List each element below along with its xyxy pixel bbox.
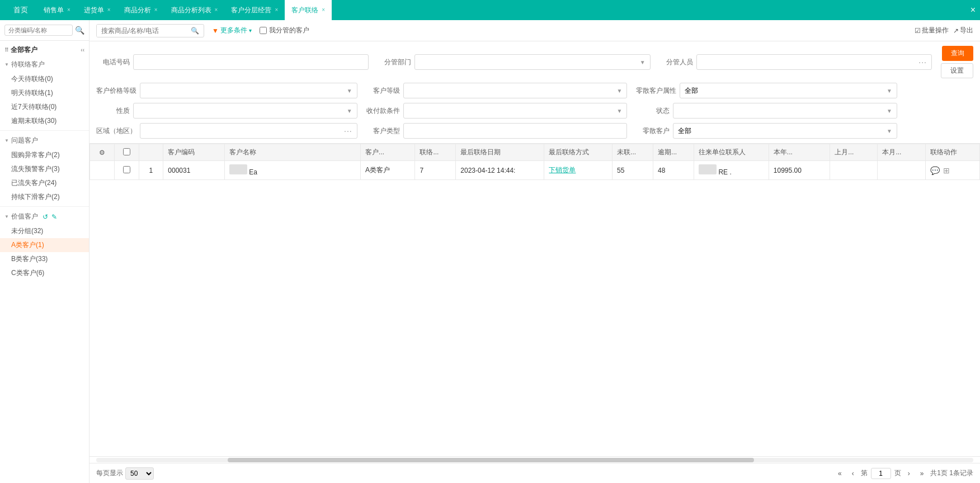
sidebar-item-declining[interactable]: 持续下滑客户(2) <box>0 190 89 204</box>
retail-select[interactable]: 全部 ▼ <box>673 123 897 139</box>
sidebar-group-problem[interactable]: ▼ 问题客户 <box>0 133 89 148</box>
customer-level-select[interactable]: ▼ <box>403 83 628 98</box>
last-page-button[interactable]: » <box>917 468 927 479</box>
sidebar-item-churned[interactable]: 已流失客户(24) <box>0 176 89 190</box>
filter-search-button[interactable]: 🔍 <box>186 25 204 37</box>
last-method-link[interactable]: 下销货单 <box>549 166 576 174</box>
first-page-button[interactable]: « <box>835 468 845 479</box>
td-index: 1 <box>139 161 163 180</box>
filter-search-input[interactable] <box>97 25 186 37</box>
refresh-icon[interactable]: ↺ <box>43 213 48 221</box>
nav-tab-customer-contact[interactable]: 客户联络 × <box>285 0 332 20</box>
sidebar-collapse-icon[interactable]: ‹‹ <box>81 47 84 53</box>
th-settings[interactable]: ⚙ <box>90 144 115 161</box>
th-last-method[interactable]: 最后联络方式 <box>544 144 613 161</box>
th-last-date[interactable]: 最后联络日期 <box>456 144 544 161</box>
filter-more-conditions[interactable]: ▼ 更多条件 ▾ <box>209 23 255 37</box>
price-level-select[interactable]: ▼ <box>140 83 357 98</box>
th-year-amount[interactable]: 本年... <box>769 144 830 161</box>
td-code[interactable]: 000031 <box>163 161 224 180</box>
sidebar-group-pending[interactable]: ▼ 待联络客户 <box>0 57 89 72</box>
dept-select[interactable]: ▼ <box>414 54 650 70</box>
sidebar-item-class-a[interactable]: A类客户(1) <box>0 238 89 252</box>
dept-label: 分管部门 <box>378 58 411 67</box>
th-code[interactable]: 客户编码 <box>163 144 224 161</box>
sidebar-item-class-b[interactable]: B类客户(33) <box>0 252 89 266</box>
retail-label: 零散客户 <box>636 126 670 136</box>
sidebar-search-wrap: 🔍 <box>0 20 89 41</box>
sidebar-item-tomorrow[interactable]: 明天待联络(1) <box>0 86 89 100</box>
th-this-month[interactable]: 本月... <box>878 144 925 161</box>
retail-attr-select[interactable]: 全部 ▼ <box>680 83 897 98</box>
expand-icon-2: ▼ <box>4 138 9 143</box>
sidebar-item-unclassified[interactable]: 未分组(32) <box>0 224 89 238</box>
edit-icon[interactable]: ✎ <box>51 213 57 221</box>
th-level[interactable]: 客户... <box>361 144 415 161</box>
nav-tab-customer-segment[interactable]: 客户分层经营 × <box>224 0 285 20</box>
sidebar-item-hoarding[interactable]: 囤购异常客户(2) <box>0 148 89 162</box>
td-checkbox[interactable] <box>114 161 139 180</box>
sidebar-item-7days[interactable]: 近7天待联络(0) <box>0 100 89 114</box>
my-customers-checkbox[interactable] <box>260 27 267 34</box>
page-number-input[interactable] <box>871 468 891 479</box>
nature-arrow: ▼ <box>347 108 352 114</box>
price-level-label: 客户价格等级 <box>96 86 136 96</box>
sidebar-item-churn-warning[interactable]: 流失预警客户(3) <box>0 162 89 176</box>
phone-label: 电话号码 <box>96 58 130 67</box>
region-select[interactable]: ··· <box>140 123 357 139</box>
nav-tab-analysis-list[interactable]: 商品分析列表 × <box>164 0 225 20</box>
prev-page-button[interactable]: ‹ <box>849 468 858 479</box>
query-button[interactable]: 查询 <box>942 46 973 61</box>
setting-button[interactable]: 设置 <box>941 63 973 78</box>
filter-row-2: 客户价格等级 ▼ 客户等级 ▼ 零散客户属性 全部 <box>96 83 973 98</box>
row-checkbox[interactable] <box>123 166 130 173</box>
nav-close-all[interactable]: × <box>970 5 976 15</box>
status-select[interactable]: ▼ <box>673 103 897 119</box>
sidebar-item-today[interactable]: 今天待联络(0) <box>0 72 89 86</box>
sidebar-group-value[interactable]: ▼ 价值客户 ↺ ✎ <box>0 209 89 224</box>
customer-level-label: 客户等级 <box>366 86 400 96</box>
grid-icon: ⠿ <box>4 47 8 53</box>
sidebar-item-class-c[interactable]: C类客户(6) <box>0 266 89 280</box>
nav-tab-salesorder[interactable]: 销售单 × <box>37 0 77 20</box>
nav-tab-analysis-list-close[interactable]: × <box>215 0 218 20</box>
td-last-method[interactable]: 下销货单 <box>544 161 613 180</box>
nav-tab-purchase-close[interactable]: × <box>107 0 111 20</box>
nav-tab-salesorder-close[interactable]: × <box>67 0 70 20</box>
filter-search-wrap: 🔍 <box>96 24 204 37</box>
grid-action-icon[interactable]: ⊞ <box>943 166 950 175</box>
scrollbar-track[interactable] <box>96 458 973 462</box>
nav-tab-analysis-close[interactable]: × <box>154 0 158 20</box>
manager-select[interactable]: ··· <box>696 54 932 70</box>
nature-select[interactable]: ▼ <box>133 103 357 119</box>
scrollbar-thumb[interactable] <box>228 458 754 462</box>
batch-operation-button[interactable]: ☑ 批量操作 <box>915 26 949 35</box>
th-contact[interactable]: 联络... <box>415 144 456 161</box>
export-button[interactable]: ↗ 导出 <box>953 26 973 35</box>
chat-icon[interactable]: 💬 <box>930 166 940 175</box>
td-name[interactable]: Ea <box>224 161 360 180</box>
th-last-month[interactable]: 上月... <box>830 144 878 161</box>
sidebar-item-overdue[interactable]: 逾期未联络(30) <box>0 114 89 128</box>
customer-type-input[interactable] <box>403 123 628 139</box>
nav-tab-analysis[interactable]: 商品分析 × <box>117 0 164 20</box>
sidebar-search-icon[interactable]: 🔍 <box>75 26 84 35</box>
nav-tab-customer-segment-close[interactable]: × <box>275 0 278 20</box>
select-all-checkbox[interactable] <box>123 148 130 155</box>
th-checkbox[interactable] <box>114 144 139 161</box>
next-page-button[interactable]: › <box>904 468 913 479</box>
nav-tab-purchase[interactable]: 进货单 × <box>77 0 117 20</box>
page-size-select[interactable]: 50 100 200 <box>125 467 154 480</box>
sidebar-search-input[interactable] <box>4 25 73 36</box>
th-overdue[interactable]: 逾期... <box>653 144 694 161</box>
payment-select[interactable]: ▼ <box>403 103 628 119</box>
sidebar-all-customers-header: ⠿ 全部客户 ‹‹ <box>0 41 89 57</box>
phone-input[interactable] <box>133 54 369 70</box>
table-body: 1 000031 Ea A类客户 7 2023-04-12 14:44: 下销货… <box>90 161 980 180</box>
th-unit-contact[interactable]: 往来单位联系人 <box>694 144 769 161</box>
th-no-contact[interactable]: 未联... <box>613 144 653 161</box>
nav-home[interactable]: 首页 <box>4 0 37 20</box>
my-customers-filter[interactable]: 我分管的客户 <box>260 26 309 35</box>
th-name[interactable]: 客户名称 <box>224 144 360 161</box>
nav-tab-customer-contact-close[interactable]: × <box>322 0 325 20</box>
